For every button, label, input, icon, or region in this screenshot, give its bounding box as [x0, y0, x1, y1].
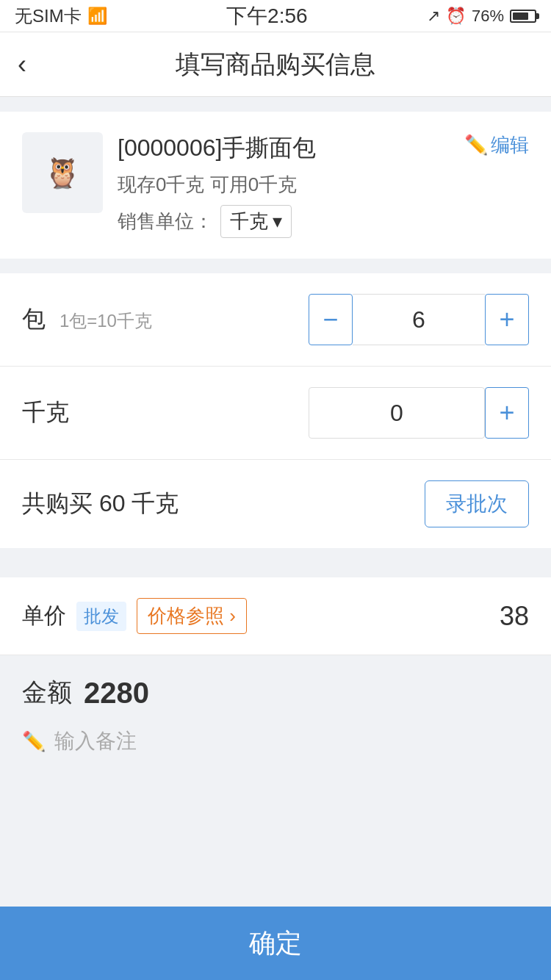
status-right: ↗ ⏰ 76%	[427, 7, 536, 26]
price-tag-badge: 批发	[76, 602, 126, 631]
price-value: 38	[500, 601, 529, 632]
price-section: 单价 批发 价格参照 › 38	[0, 577, 551, 655]
product-thumbnail: 🦉	[22, 132, 103, 213]
amount-value: 2280	[84, 677, 149, 710]
remark-placeholder: 输入备注	[54, 727, 137, 755]
price-reference-button[interactable]: 价格参照 ›	[137, 598, 247, 634]
amount-label: 金额	[22, 676, 72, 710]
pencil-icon: ✏️	[22, 730, 46, 753]
qianke-increase-button[interactable]: +	[485, 387, 529, 439]
edit-button[interactable]: ✏️ 编辑	[464, 132, 529, 158]
product-stock: 现存0千克 可用0千克	[118, 172, 529, 198]
bao-qty-control: − +	[309, 294, 529, 345]
carrier-text: 无SIM卡	[15, 4, 82, 28]
status-left: 无SIM卡 📶	[15, 4, 107, 28]
back-button[interactable]: ‹	[18, 49, 26, 80]
location-icon: ↗	[427, 7, 440, 26]
amount-row: 金额 2280	[22, 676, 529, 710]
section-divider-2	[0, 548, 551, 563]
remark-row[interactable]: ✏️ 输入备注	[22, 727, 529, 773]
bao-quantity-input[interactable]	[353, 294, 485, 345]
confirm-button[interactable]: 确定	[0, 907, 551, 980]
unit-select[interactable]: 千克 ▾	[220, 205, 292, 238]
product-logo-icon: 🦉	[44, 156, 81, 190]
bao-increase-button[interactable]: +	[485, 294, 529, 345]
status-bar: 无SIM卡 📶 下午2:56 ↗ ⏰ 76%	[0, 0, 551, 32]
bao-decrease-button[interactable]: −	[309, 294, 353, 345]
wifi-icon: 📶	[87, 7, 107, 26]
battery-text: 76%	[472, 7, 504, 26]
battery-icon	[510, 10, 536, 23]
alarm-icon: ⏰	[446, 7, 466, 26]
batch-button[interactable]: 录批次	[425, 480, 529, 527]
bao-hint: 1包=10千克	[60, 311, 152, 331]
bao-label: 包 1包=10千克	[22, 303, 309, 336]
qianke-label: 千克	[22, 397, 309, 429]
qianke-row: 千克 +	[0, 367, 551, 460]
unit-value: 千克	[230, 209, 268, 234]
product-info: [0000006]手撕面包 ✏️ 编辑 现存0千克 可用0千克 销售单位： 千克…	[118, 132, 529, 238]
qianke-quantity-input[interactable]	[309, 387, 485, 439]
page-title: 填写商品购买信息	[176, 48, 375, 82]
unit-label: 销售单位：	[118, 209, 213, 234]
bao-row: 包 1包=10千克 − +	[0, 273, 551, 367]
section-divider-1	[0, 259, 551, 273]
chevron-down-icon: ▾	[273, 210, 282, 233]
edit-label: 编辑	[491, 132, 529, 158]
edit-icon: ✏️	[464, 134, 488, 156]
nav-bar: ‹ 填写商品购买信息	[0, 32, 551, 97]
product-card: 🦉 [0000006]手撕面包 ✏️ 编辑 现存0千克 可用0千克 销售单位： …	[0, 112, 551, 259]
product-unit-row: 销售单位： 千克 ▾	[118, 205, 529, 238]
product-name: [0000006]手撕面包	[118, 132, 316, 165]
total-row: 共购买 60 千克 录批次	[0, 460, 551, 548]
input-section: 包 1包=10千克 − + 千克 +	[0, 273, 551, 460]
qianke-qty-control: +	[309, 387, 529, 439]
status-time: 下午2:56	[226, 2, 308, 30]
product-top-row: [0000006]手撕面包 ✏️ 编辑	[118, 132, 529, 172]
total-text: 共购买 60 千克	[22, 488, 179, 520]
confirm-button-label: 确定	[249, 926, 302, 962]
amount-section: 金额 2280 ✏️ 输入备注	[0, 655, 551, 773]
price-label: 单价	[22, 601, 66, 631]
